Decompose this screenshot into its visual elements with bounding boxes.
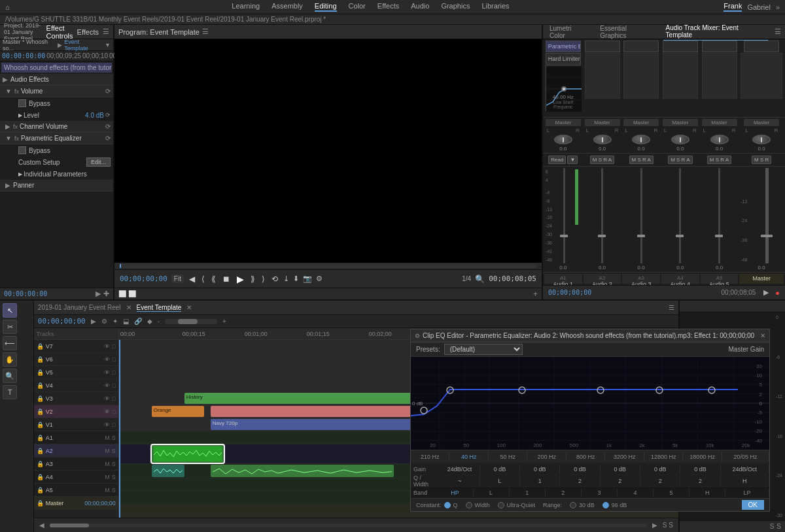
seq-close-icon[interactable]: ✕ — [186, 304, 192, 311]
s-a1[interactable]: S — [112, 435, 116, 441]
clip-audio-2a[interactable] — [152, 445, 224, 463]
q-v6[interactable]: 2 — [680, 476, 720, 486]
lock-v3[interactable]: 🔒 — [37, 395, 44, 402]
ch5-msra-btns[interactable]: M S R A — [707, 156, 731, 164]
settings-icon[interactable]: ⚙ — [316, 274, 323, 283]
band-4[interactable]: 4 — [618, 488, 654, 497]
tl-magnet-icon[interactable]: ✦ — [113, 318, 118, 325]
toggle-v7[interactable]: □ — [112, 343, 115, 350]
clip-audio-3a[interactable] — [152, 465, 184, 477]
clip-orange[interactable]: Orange — [152, 406, 204, 417]
gain-v2[interactable]: 0 dB — [520, 465, 560, 474]
ceq-close-btn[interactable]: ✕ — [760, 332, 765, 339]
lock-master[interactable]: 🔒 — [37, 500, 44, 507]
razor-tool[interactable]: ✂ — [3, 320, 17, 334]
mixer-menu-icon[interactable]: ☰ — [775, 27, 781, 36]
eye-v6[interactable]: 👁 — [104, 356, 110, 363]
constant-q-radio[interactable] — [444, 502, 451, 508]
home-icon[interactable]: ⌂ — [5, 3, 10, 11]
gain-v6[interactable]: 0 dB — [680, 465, 720, 474]
lock-v1[interactable]: 🔒 — [37, 422, 44, 428]
tl-marker-icon[interactable]: ◆ — [147, 318, 152, 325]
ultra-quiet-radio[interactable] — [498, 502, 504, 508]
monitors-icon[interactable]: ⬜ ⬜ — [118, 290, 136, 297]
in-btn[interactable]: ⟨ — [200, 274, 206, 284]
ch2-fx1[interactable] — [585, 41, 620, 52]
gain-v1[interactable]: 0 dB — [480, 465, 520, 474]
master-type[interactable]: Master — [744, 119, 779, 126]
band-1[interactable]: 1 — [510, 488, 546, 497]
lock-a2[interactable]: 🔒 — [37, 448, 44, 454]
export-btn[interactable]: 📷 — [303, 274, 312, 283]
s-a4[interactable]: S — [112, 474, 116, 480]
fader-handle-master[interactable] — [761, 235, 773, 237]
overwrite-btn[interactable]: ⬇ — [293, 274, 299, 283]
ch4-fx1[interactable] — [663, 41, 698, 52]
lock-v5[interactable]: 🔒 — [37, 369, 44, 376]
nav-assembly[interactable]: Assembly — [271, 2, 303, 12]
master-msra-btns[interactable]: M S R — [752, 156, 771, 164]
ch4-id[interactable]: A4 Audio 4 — [661, 274, 699, 284]
ec-marker-icon[interactable]: ✚ — [103, 290, 109, 298]
step-fwd-btn[interactable]: ⟫ — [249, 274, 256, 284]
lock-v2[interactable]: 🔒 — [37, 408, 44, 415]
volume-header[interactable]: ▼ fx Volume ⟳ — [0, 86, 113, 97]
select-tool[interactable]: ↖ — [3, 303, 17, 318]
ch1-type[interactable]: Master — [546, 119, 581, 126]
band-2[interactable]: 2 — [546, 488, 582, 497]
peq-bypass-checkbox[interactable] — [18, 146, 26, 154]
ok-button[interactable]: OK — [742, 500, 764, 510]
program-menu-icon[interactable]: ☰ — [202, 27, 209, 36]
tab-essential-graphics[interactable]: Essential Graphics — [597, 24, 656, 41]
s-a3[interactable]: S — [112, 461, 116, 467]
gain-v4[interactable]: 0 dB — [601, 465, 640, 474]
q-v0[interactable]: ~ — [440, 476, 480, 486]
fader-handle-ch5[interactable] — [715, 235, 723, 237]
eye-v5[interactable]: 👁 — [104, 369, 110, 376]
q-v2[interactable]: 1 — [520, 476, 560, 486]
ch3-pan-knob[interactable] — [632, 135, 650, 144]
clip-audio-3b[interactable] — [211, 465, 394, 477]
nav-editing[interactable]: Editing — [315, 2, 337, 12]
effects-tab[interactable]: Effects — [77, 28, 99, 36]
bypass-checkbox[interactable] — [18, 99, 26, 107]
toggle-v2[interactable]: □ — [112, 408, 115, 415]
step-back-btn[interactable]: ⟪ — [210, 274, 217, 284]
panner-header[interactable]: ▶ Panner — [0, 180, 113, 191]
ch2-id[interactable]: A2 Audio 2 — [584, 274, 621, 284]
project-tab[interactable]: 2019-01 January Event Reel — [38, 304, 121, 311]
ceq-graph[interactable]: 20 10 5 2 0 -5 -10 -20 -40 0 dB 20 50 10… — [411, 357, 769, 450]
audio-effects-header[interactable]: ▶ Audio Effects — [0, 74, 113, 86]
tl-wrench-icon[interactable]: ⚙ — [101, 318, 107, 325]
toggle-v6[interactable]: □ — [112, 356, 115, 363]
ch4-pan-knob[interactable] — [671, 135, 689, 144]
lock-v4[interactable]: 🔒 — [37, 382, 44, 389]
ch3-id[interactable]: A3 Audio 3 — [622, 274, 660, 284]
s-a5[interactable]: S — [112, 487, 116, 493]
eye-v4[interactable]: 👁 — [104, 382, 110, 389]
band-l[interactable]: L — [474, 488, 510, 497]
stop-btn[interactable]: ⏹ — [221, 274, 232, 284]
nav-learning[interactable]: Learning — [232, 2, 260, 12]
q-v5[interactable]: 2 — [640, 476, 680, 486]
channel-vol-header[interactable]: ▶ fx Channel Volume ⟳ — [0, 121, 113, 133]
lock-a5[interactable]: 🔒 — [37, 487, 44, 493]
ch5-id[interactable]: A5 Audio 5 — [701, 274, 739, 284]
out-btn[interactable]: ⟩ — [260, 274, 266, 284]
tl-zoom-in[interactable]: + — [222, 318, 226, 325]
m-a1[interactable]: M — [105, 435, 110, 441]
nav-effects[interactable]: Effects — [377, 2, 399, 12]
ch2-pan-knob[interactable] — [593, 135, 612, 144]
tl-link-icon[interactable]: 🔗 — [134, 318, 142, 325]
eye-v3[interactable]: 👁 — [104, 395, 110, 402]
band-3[interactable]: 3 — [582, 488, 618, 497]
eye-v7[interactable]: 👁 — [104, 343, 110, 350]
shuttle-back-btn[interactable]: ◀ — [188, 274, 196, 284]
fader-handle-ch2[interactable] — [598, 235, 606, 237]
insert-btn[interactable]: ⤓ — [283, 274, 289, 283]
fit-dropdown[interactable]: Fit — [171, 274, 184, 283]
tl-scroll-right[interactable]: ▶ — [652, 522, 657, 529]
eq-display[interactable]: 40.00 Hz Low Shelf Frequenc — [546, 65, 581, 111]
q-v1[interactable]: L — [480, 476, 520, 486]
ch5-fx1[interactable] — [702, 41, 737, 52]
